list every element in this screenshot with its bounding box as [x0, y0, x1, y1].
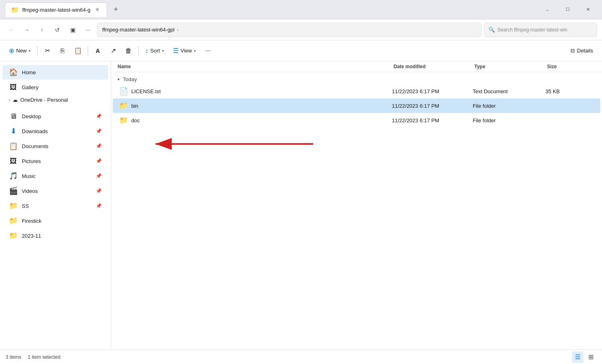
onedrive-label: OneDrive - Personal — [20, 97, 68, 103]
rename-button[interactable]: A — [91, 44, 105, 58]
cut-button[interactable]: ✂ — [40, 44, 55, 58]
address-box[interactable]: ffmpeg-master-latest-win64-gpl › — [97, 23, 482, 37]
forward-button[interactable]: → — [20, 23, 33, 36]
share-button[interactable]: ↗ — [106, 44, 120, 58]
file-row-license[interactable]: 📄 LICENSE.txt 11/22/2023 6:17 PM Text Do… — [113, 84, 600, 98]
file-row-doc[interactable]: 📁 doc 11/22/2023 6:17 PM File folder — [113, 113, 600, 128]
toolbar: ⊕ New ▾ ✂ ⎘ 📋 A ↗ 🗑 ↕ Sort ▾ ☰ View ▾ ··… — [0, 40, 602, 61]
sidebar-item-desktop[interactable]: 🖥 Desktop 📌 — [2, 109, 108, 123]
sidebar-item-videos[interactable]: 🎬 Videos 📌 — [2, 184, 108, 198]
sidebar-item-documents[interactable]: 📋 Documents 📌 — [2, 139, 108, 153]
sidebar-item-2023-11[interactable]: 📁 2023-11 — [2, 228, 108, 243]
ss-pin-icon: 📌 — [96, 203, 102, 209]
col-size-header[interactable]: Size — [547, 64, 596, 69]
videos-pin-icon: 📌 — [96, 188, 102, 194]
license-size: 35 KB — [545, 88, 594, 94]
items-count: 3 items — [6, 354, 21, 360]
active-tab[interactable]: 📁 ffmpeg-master-latest-win64-g ✕ — [5, 2, 107, 17]
col-type-header[interactable]: Type — [474, 64, 547, 69]
group-today-label: Today — [123, 76, 137, 82]
address-path: ffmpeg-master-latest-win64-gpl — [102, 27, 175, 33]
tab-close-button[interactable]: ✕ — [94, 6, 101, 13]
license-type: Text Document — [473, 88, 545, 94]
bin-type: File folder — [473, 103, 545, 109]
sidebar-home-label: Home — [22, 69, 102, 75]
copy-button[interactable]: ⎘ — [55, 44, 70, 58]
desktop-icon: 🖥 — [9, 112, 18, 121]
minimize-button[interactable]: – — [538, 3, 557, 16]
paste-button[interactable]: 📋 — [71, 44, 85, 58]
view-button[interactable]: ☰ View ▾ — [169, 44, 200, 58]
sidebar-firestick-label: Firestick — [22, 218, 102, 224]
more-options-button[interactable]: ··· — [201, 44, 215, 58]
firestick-icon: 📁 — [9, 216, 18, 225]
sidebar-item-home[interactable]: 🏠 Home — [2, 65, 108, 79]
col-date-header[interactable]: Date modified — [394, 64, 474, 69]
doc-type: File folder — [473, 117, 545, 123]
sidebar-desktop-label: Desktop — [22, 113, 92, 119]
bin-date: 11/22/2023 6:17 PM — [392, 103, 473, 109]
desktop-pin-icon: 📌 — [96, 113, 102, 119]
address-chevron-icon[interactable]: › — [177, 27, 179, 32]
col-name-header[interactable]: Name — [118, 64, 394, 69]
close-button[interactable]: ✕ — [579, 3, 597, 16]
ss-icon: 📁 — [9, 201, 18, 210]
new-label: New — [16, 48, 27, 54]
sidebar-item-ss[interactable]: 📁 SS 📌 — [2, 199, 108, 213]
file-name-cell-bin: 📁 bin — [119, 101, 392, 110]
file-row-bin[interactable]: 📁 bin 11/22/2023 6:17 PM File folder — [113, 98, 600, 113]
sort-icon: ↕ — [145, 47, 148, 54]
group-today-caret-icon[interactable]: ▾ — [118, 77, 120, 82]
tab-title: ffmpeg-master-latest-win64-g — [22, 7, 91, 13]
sidebar-item-gallery[interactable]: 🖼 Gallery — [2, 80, 108, 94]
documents-icon: 📋 — [9, 142, 18, 151]
sidebar-onedrive-header[interactable]: › ☁ OneDrive - Personal — [2, 95, 108, 105]
window-controls: – ☐ ✕ — [538, 3, 597, 16]
sidebar-2023-11-label: 2023-11 — [22, 233, 102, 239]
sort-label: Sort — [150, 48, 160, 54]
sort-caret-icon: ▾ — [162, 49, 164, 53]
pictures-icon: 🖼 — [9, 157, 18, 165]
sidebar-documents-label: Documents — [22, 143, 92, 149]
license-file-icon: 📄 — [119, 87, 128, 96]
sidebar-item-firestick[interactable]: 📁 Firestick — [2, 213, 108, 228]
selected-info: 1 item selected — [28, 354, 61, 360]
breadcrumb-toggle-button[interactable]: ▣ — [66, 23, 79, 36]
sidebar: 🏠 Home 🖼 Gallery › ☁ OneDrive - Personal… — [0, 61, 111, 349]
search-box[interactable]: 🔍 Search ffmpeg-master-latest-win — [484, 23, 597, 37]
sidebar-item-downloads[interactable]: ⬇ Downloads 📌 — [2, 124, 108, 138]
group-today: ▾ Today — [111, 72, 602, 84]
sidebar-music-label: Music — [22, 173, 92, 179]
up-button[interactable]: ↑ — [36, 23, 48, 36]
sidebar-item-pictures[interactable]: 🖼 Pictures 📌 — [2, 154, 108, 168]
details-icon: ⊟ — [570, 48, 575, 54]
new-caret-icon: ▾ — [29, 49, 31, 53]
expand-button[interactable]: ··· — [82, 23, 95, 36]
new-tab-button[interactable]: + — [110, 4, 122, 15]
license-file-name: LICENSE.txt — [131, 88, 161, 94]
sidebar-downloads-label: Downloads — [22, 128, 92, 134]
separator-1 — [37, 46, 38, 56]
delete-button[interactable]: 🗑 — [121, 44, 136, 58]
license-date: 11/22/2023 6:17 PM — [392, 88, 473, 94]
details-button[interactable]: ⊟ Details — [566, 45, 597, 56]
grid-view-button[interactable]: ⊞ — [585, 351, 596, 363]
onedrive-caret-icon: › — [9, 98, 10, 102]
new-button[interactable]: ⊕ New ▾ — [5, 44, 35, 58]
bin-file-name: bin — [131, 103, 138, 109]
sort-button[interactable]: ↕ Sort ▾ — [141, 44, 168, 58]
main-layout: 🏠 Home 🖼 Gallery › ☁ OneDrive - Personal… — [0, 61, 602, 349]
music-pin-icon: 📌 — [96, 173, 102, 179]
back-button[interactable]: ← — [5, 23, 18, 36]
maximize-button[interactable]: ☐ — [558, 3, 577, 16]
onedrive-icon: ☁ — [13, 97, 18, 103]
sidebar-ss-label: SS — [22, 203, 92, 209]
list-view-button[interactable]: ☰ — [572, 351, 583, 363]
bin-folder-icon: 📁 — [119, 101, 128, 110]
separator-2 — [88, 46, 88, 56]
tab-folder-icon: 📁 — [11, 6, 19, 14]
view-toggle-buttons: ☰ ⊞ — [572, 351, 596, 363]
sidebar-item-music[interactable]: 🎵 Music 📌 — [2, 169, 108, 183]
2023-11-icon: 📁 — [9, 231, 18, 240]
refresh-button[interactable]: ↺ — [51, 23, 64, 36]
